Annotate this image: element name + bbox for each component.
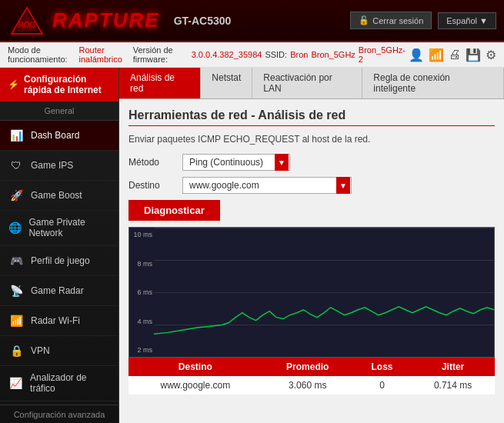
game-radar-icon: 📡 [8,282,25,299]
usb-icon[interactable]: 💾 [466,48,481,62]
perfil-icon: 🎮 [8,252,25,269]
diagnose-button[interactable]: Diagnosticar [129,200,220,221]
gpn-icon: 🌐 [8,219,22,236]
cell-loss: 0 [353,376,411,395]
grid-line-bottom [154,357,494,358]
y-label-10ms: 10 ms [131,231,152,238]
main-area: Análisis de red Netstat Reactivación por… [119,68,504,423]
chart-y-labels: 10 ms 8 ms 6 ms 4 ms 2 ms [129,228,154,357]
sidebar-item-game-ips[interactable]: 🛡 Game IPS [0,151,118,181]
svg-text:ROG: ROG [18,21,35,29]
quick-config-button[interactable]: ⚡ Configuración rápida de Internet [0,68,118,102]
sidebar-item-perfil-juego[interactable]: 🎮 Perfil de juego [0,246,118,276]
y-label-4ms: 4 ms [131,318,152,325]
sidebar-item-vpn-label: VPN [31,345,50,356]
sidebar-item-game-ips-label: Game IPS [31,160,73,171]
logout-icon: 🔓 [359,15,369,25]
user-icon[interactable]: 👤 [409,48,424,62]
brand-name: RAPTURE [52,8,160,32]
sidebar-item-game-radar-label: Game Radar [31,285,84,296]
col-destino: Destino [129,358,262,376]
quick-config-icon: ⚡ [8,79,19,90]
header: ROG RAPTURE GT-AC5300 🔓 Cerrar sesión Es… [0,0,504,42]
logout-button[interactable]: 🔓 Cerrar sesión [350,12,432,29]
y-label-2ms: 2 ms [131,346,152,354]
col-jitter: Jitter [411,358,495,376]
info-bar: Modo de funcionamiento: Router inalámbri… [0,42,504,68]
method-label: Método [129,157,182,168]
firmware-label: Versión de firmware: [133,45,189,64]
ssid2[interactable]: Bron_5GHz [311,50,355,59]
sidebar-item-dashboard[interactable]: 📊 Dash Board [0,121,118,151]
game-boost-icon: 🚀 [8,187,25,204]
chart-svg [154,228,494,357]
content-area: Herramientas de red - Análisis de red En… [119,99,504,423]
table-header: Destino Promedio Loss Jitter [129,358,495,376]
model-name: GT-AC5300 [174,15,232,27]
ssid-label: SSID: [265,50,287,59]
y-label-6ms: 6 ms [131,288,152,296]
sidebar-item-vpn[interactable]: 🔒 VPN [0,336,118,366]
cell-destino: www.google.com [129,376,262,395]
tabs: Análisis de red Netstat Reactivación por… [119,68,504,99]
method-row: Método Ping (Continuous) Ping Traceroute… [129,154,495,171]
cell-jitter: 0.714 ms [411,376,495,395]
method-select[interactable]: Ping (Continuous) Ping Traceroute NS Loo… [182,154,290,171]
method-select-wrapper: Ping (Continuous) Ping Traceroute NS Loo… [182,154,290,171]
rog-logo: ROG [8,5,46,36]
logo-area: ROG RAPTURE GT-AC5300 [8,5,231,36]
tab-regla-conexion[interactable]: Regla de conexión inteligente [362,68,504,98]
ssid3[interactable]: Bron_5GHz-2 [359,45,406,64]
adv-config-label: Configuración avanzada [0,405,118,423]
language-button[interactable]: Español ▼ [438,12,496,29]
tab-analisis-red[interactable]: Análisis de red [119,68,201,98]
sidebar-item-dashboard-label: Dash Board [31,130,79,141]
settings-icon[interactable]: ⚙ [486,48,496,62]
sidebar-item-game-radar[interactable]: 📡 Game Radar [0,276,118,306]
sidebar-item-radar-wifi[interactable]: 📶 Radar Wi-Fi [0,306,118,336]
results-table: Destino Promedio Loss Jitter www.google.… [129,358,495,395]
main-layout: ⚡ Configuración rápida de Internet Gener… [0,68,504,423]
col-loss: Loss [353,358,411,376]
dest-input[interactable] [182,177,352,194]
radar-wifi-icon: 📶 [8,312,25,329]
dest-input-wrapper: ▼ [182,177,352,194]
table-row: www.google.com 3.060 ms 0 0.714 ms [129,376,495,395]
tab-reactivacion-lan[interactable]: Reactivación por LAN [252,68,362,98]
quick-config-label: Configuración rápida de Internet [24,74,111,95]
signal-icon[interactable]: 📶 [429,48,444,62]
mode-value[interactable]: Router inalámbrico [79,45,130,64]
col-promedio: Promedio [262,358,353,376]
dest-control: ▼ [182,177,352,194]
sidebar-item-perfil-label: Perfil de juego [31,255,90,266]
y-label-8ms: 8 ms [131,260,152,268]
table-body: www.google.com 3.060 ms 0 0.714 ms [129,376,495,395]
sidebar-item-analizador[interactable]: 📈 Analizador de tráfico [0,366,118,401]
sidebar: ⚡ Configuración rápida de Internet Gener… [0,68,119,423]
sidebar-item-radar-wifi-label: Radar Wi-Fi [31,315,80,326]
ssid1[interactable]: Bron [290,50,308,59]
dashboard-icon: 📊 [8,127,25,144]
dest-label: Destino [129,180,182,191]
header-right: 🔓 Cerrar sesión Español ▼ [350,12,496,29]
game-ips-icon: 🛡 [8,157,25,174]
mode-label: Modo de funcionamiento: [8,45,76,64]
sidebar-item-game-boost-label: Game Boost [31,190,82,201]
general-section-label: General [0,102,118,121]
cell-promedio: 3.060 ms [262,376,353,395]
tab-netstat[interactable]: Netstat [201,68,252,98]
sidebar-item-game-boost[interactable]: 🚀 Game Boost [0,181,118,211]
analizador-icon: 📈 [8,375,24,391]
sidebar-item-gpn[interactable]: 🌐 Game Private Network [0,211,118,246]
method-control: Ping (Continuous) Ping Traceroute NS Loo… [182,154,290,171]
sidebar-item-gpn-label: Game Private Network [28,217,111,239]
vpn-icon: 🔒 [8,342,25,359]
page-title: Herramientas de red - Análisis de red [129,108,495,126]
info-bar-icons: 👤 📶 🖨 💾 ⚙ [409,48,496,62]
description: Enviar paquetes ICMP ECHO_REQUEST al hos… [129,134,495,145]
sidebar-item-analizador-label: Analizador de tráfico [30,372,111,395]
chart-container: 10 ms 8 ms 6 ms 4 ms 2 ms [129,227,495,358]
printer-icon[interactable]: 🖨 [449,48,461,62]
firmware-value[interactable]: 3.0.0.4.382_35984 [192,50,262,59]
table-header-row: Destino Promedio Loss Jitter [129,358,495,376]
